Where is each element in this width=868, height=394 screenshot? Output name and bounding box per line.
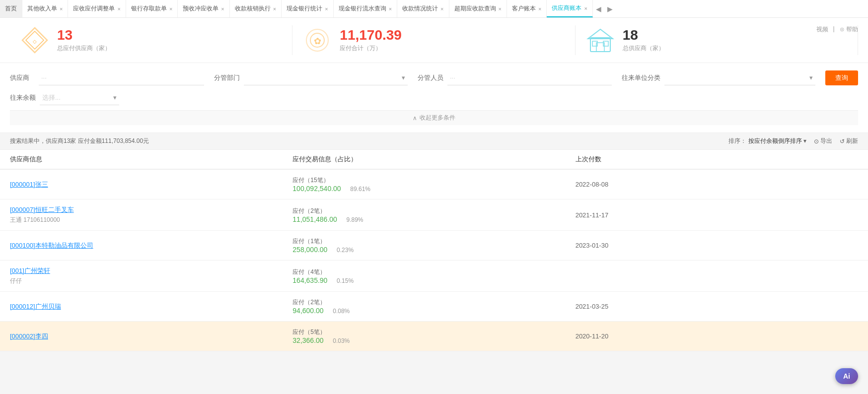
supplier-link[interactable]: [000002]李四 [10,332,292,341]
svg-rect-6 [590,38,610,52]
trans-label: 应付（2笔） [292,207,575,215]
close-icon[interactable]: × [273,6,276,12]
transaction-cell: 应付（2笔） 11,051,486.00 9.89% [292,207,575,223]
trans-amount[interactable]: 164,635.90 [292,276,327,284]
trans-label: 应付（2笔） [292,298,575,307]
supplier-cell: [000012]广州贝瑞 [10,302,292,311]
supplier-cell: [000007]恒旺二手叉车 王通 17106110000 [10,205,292,224]
category-select[interactable]: ▾ [664,70,816,85]
collapse-icon: ∧ [413,115,417,122]
results-bar: 搜索结果中，供应商13家 应付金额111,703,854.00元 排序： 按应付… [0,133,868,150]
nav-tab-customer[interactable]: 客户账本 × [507,0,547,17]
trans-percent: 89.61% [350,186,370,193]
supplier-input[interactable] [39,70,204,85]
sort-value[interactable]: 按应付余额倒序排序 [748,137,802,144]
close-icon[interactable]: × [538,6,541,12]
supplier-cell: [000002]李四 [10,332,292,341]
nav-tab-cash-stat[interactable]: 现金银行统计 × [282,0,333,17]
table-row: [000012]广州贝瑞 应付（2笔） 94,600.00 0.08% 2021… [0,292,868,322]
trans-percent: 0.08% [333,308,350,315]
balance-label: 往来余额 [10,93,36,102]
nav-tab-home[interactable]: 首页 [0,0,22,17]
export-button[interactable]: ⊙ 导出 [814,137,832,145]
nav-tab-other-income[interactable]: 其他收入单 × [22,0,68,17]
nav-tab-prepay[interactable]: 预收冲应收单 × [178,0,229,17]
nav-tab-cash-flow[interactable]: 现金银行流水查询 × [334,0,397,17]
chevron-down-icon: ▾ [402,74,405,81]
chevron-down-icon: ▾ [809,74,813,81]
filter-person: 分管人员 [418,70,612,85]
col-transaction-info: 应付交易信息（占比） [292,155,575,164]
supplier-link[interactable]: [000100]本特勒油品有限公司 [10,241,292,250]
refresh-button[interactable]: ↺ 刷新 [840,137,858,145]
close-icon[interactable]: × [60,6,63,12]
video-link[interactable]: 视频 [816,25,828,34]
supplier-link[interactable]: [000007]恒旺二手叉车 [10,205,292,214]
stat-total-suppliers-number: 18 [623,28,664,42]
col-last-payment: 上次付数 [576,155,858,164]
supplier-link[interactable]: [000012]广州贝瑞 [10,302,292,311]
stat-payable-total-number: 11,170.39 [340,28,402,42]
close-icon[interactable]: × [169,6,172,12]
person-input[interactable] [447,70,612,85]
help-link[interactable]: ⊙ 帮助 [840,25,858,34]
close-icon[interactable]: × [325,6,328,12]
stat-payable-suppliers-info: 13 总应付供应商（家） [57,28,111,53]
balance-select[interactable]: 选择... ▾ [40,90,119,105]
filter-row-1: 供应商 分管部门 ▾ 分管人员 往来单位分类 ▾ 查询 [10,70,858,85]
nav-next-arrow[interactable]: ▶ [604,0,616,17]
grain-icon: ✿ [302,25,332,55]
close-icon[interactable]: × [221,6,224,12]
trans-percent: 9.89% [346,216,363,223]
results-right: 排序： 按应付余额倒序排序 ▾ ⊙ 导出 ↺ 刷新 [728,137,858,145]
stat-total-suppliers-label: 总供应商（家） [623,44,664,53]
supplier-cell: [000100]本特勒油品有限公司 [10,241,292,250]
balance-placeholder: 选择... [42,93,61,102]
trans-amount[interactable]: 94,600.00 [292,307,323,315]
stat-payable-suppliers-label: 总应付供应商（家） [57,44,111,53]
supplier-link[interactable]: [000001]张三 [10,180,292,189]
stat-payable-suppliers: ◇ 13 总应付供应商（家） [10,25,292,55]
store-icon [585,25,615,55]
collapse-label: 收起更多条件 [420,114,455,122]
supplier-cell: [000001]张三 [10,180,292,189]
trans-amount[interactable]: 32,366.00 [292,336,323,344]
separator: | [833,25,835,34]
close-icon[interactable]: × [584,5,587,11]
nav-tab-bank[interactable]: 银行存取款单 × [126,0,178,17]
stat-payable-total: ✿ 11,170.39 应付合计（万） [292,25,575,55]
table-container: 供应商信息 应付交易信息（占比） 上次付数 [000001]张三 应付（15笔）… [0,150,868,351]
search-button[interactable]: 查询 [825,70,858,85]
results-text: 搜索结果中，供应商13家 应付金额111,703,854.00元 [10,137,149,145]
close-icon[interactable]: × [117,6,120,12]
last-payment-cell: 2022-08-08 [576,181,858,188]
nav-prev-arrow[interactable]: ◀ [593,0,604,17]
nav-tab-ar-ap[interactable]: 应收应付调整单 × [68,0,126,17]
nav-tab-receipt-stat[interactable]: 收款情况统计 × [397,0,449,17]
trans-amount[interactable]: 100,092,540.00 [292,185,341,193]
sort-label: 排序： 按应付余额倒序排序 ▾ [728,137,806,145]
collapse-bar[interactable]: ∧ 收起更多条件 [10,110,858,125]
last-payment-cell: 2021-03-25 [576,303,858,310]
nav-tab-receipt[interactable]: 收款核销执行 × [230,0,282,17]
nav-tab-supplier[interactable]: 供应商账本 × [547,0,592,17]
stat-payable-total-label: 应付合计（万） [340,44,402,53]
filter-supplier: 供应商 [10,70,204,85]
last-payment-cell: 2021-11-17 [576,211,858,219]
svg-text:✿: ✿ [314,36,321,46]
close-icon[interactable]: × [440,6,443,12]
dept-select[interactable]: ▾ [244,70,408,85]
trans-amount[interactable]: 258,000.00 [292,246,327,254]
supplier-link[interactable]: [001]广州荣轩 [10,266,292,275]
last-payment-cell: 2020-11-20 [576,332,858,340]
nav-tab-overdue[interactable]: 超期应收款查询 × [449,0,507,17]
trans-amount[interactable]: 11,051,486.00 [292,215,337,223]
refresh-icon: ↺ [840,138,845,145]
filter-category: 往来单位分类 ▾ [622,70,816,85]
chevron-down-icon: ▾ [113,94,117,101]
stat-payable-total-info: 11,170.39 应付合计（万） [340,28,402,53]
trans-label: 应付（5笔） [292,328,575,336]
close-icon[interactable]: × [389,6,392,12]
trans-percent: 0.03% [333,337,350,344]
close-icon[interactable]: × [499,6,502,12]
